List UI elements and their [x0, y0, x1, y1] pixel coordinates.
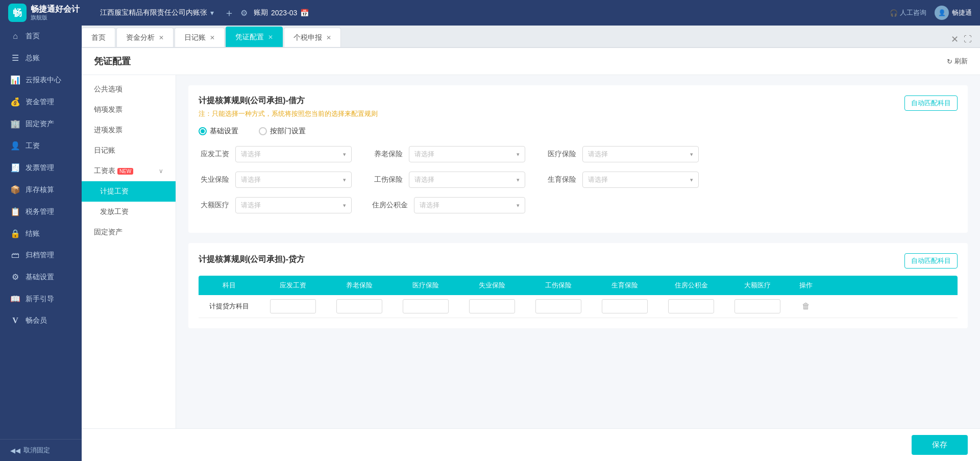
- subnav-accrue[interactable]: 计提工资: [82, 181, 176, 202]
- sidebar-item-salary[interactable]: 👤 工资: [0, 135, 82, 157]
- sidebar-item-assets[interactable]: 🏢 固定资产: [0, 113, 82, 135]
- tab-voucher[interactable]: 凭证配置 ✕: [226, 27, 283, 47]
- tab-tax[interactable]: 个税申报 ✕: [284, 28, 341, 47]
- td-action[interactable]: 🗑: [791, 295, 821, 318]
- header-company[interactable]: 江西服宝精品有限责任公司内账张 ▾: [100, 8, 214, 17]
- save-button[interactable]: 保存: [912, 435, 968, 455]
- sidebar-item-reports[interactable]: 📊 云报表中心: [0, 69, 82, 91]
- td-shiye-input[interactable]: [459, 295, 525, 318]
- debit-auto-match-btn[interactable]: 自动匹配科目: [904, 95, 958, 111]
- input-yiliao[interactable]: [403, 299, 449, 313]
- td-shengyu-input[interactable]: [592, 295, 658, 318]
- sidebar-item-close[interactable]: 🔒 结账: [0, 223, 82, 245]
- chevron-down-icon: ∨: [159, 167, 163, 175]
- subnav-fixed-assets[interactable]: 固定资产: [82, 222, 176, 242]
- label-zhufang: 住房公积金: [372, 201, 408, 210]
- select-shengyu[interactable]: 请选择 ▾: [582, 172, 699, 188]
- td-zhufang-input[interactable]: [658, 295, 724, 318]
- sidebar-item-archive[interactable]: 🗃 归档管理: [0, 245, 82, 266]
- select-zhufang-placeholder: 请选择: [420, 201, 439, 210]
- td-gongshang-input[interactable]: [525, 295, 592, 318]
- input-zhufang[interactable]: [668, 299, 714, 313]
- input-daer[interactable]: [734, 299, 780, 313]
- td-yanglao-input[interactable]: [326, 295, 393, 318]
- input-gongshang[interactable]: [535, 299, 581, 313]
- add-tab-icon[interactable]: ＋: [224, 6, 234, 20]
- sidebar-item-guide[interactable]: 📖 新手引导: [0, 288, 82, 310]
- td-yingfa-input[interactable]: [260, 295, 326, 318]
- select-shiye[interactable]: 请选择 ▾: [235, 172, 352, 188]
- select-yiliao-placeholder: 请选择: [588, 150, 608, 159]
- sub-nav: 公共选项 销项发票 进项发票 日记账 工资表 NEW ∨ 计提工资 发放工资 固…: [82, 75, 176, 461]
- radio-dept[interactable]: 按部门设置: [259, 127, 306, 136]
- headset-icon: 🎧: [890, 9, 898, 17]
- tab-home[interactable]: 首页: [82, 28, 115, 47]
- chevron-down-icon: ▾: [517, 202, 520, 209]
- radio-basic[interactable]: 基础设置: [199, 127, 238, 136]
- user-area[interactable]: 👤 畅捷通: [935, 6, 972, 20]
- sidebar-item-capital[interactable]: 💰 资金管理: [0, 91, 82, 113]
- close-icon: 🔒: [10, 229, 20, 238]
- company-dropdown-icon[interactable]: ▾: [210, 9, 214, 17]
- ledger-icon: ☰: [10, 53, 20, 63]
- subnav-purchase[interactable]: 进项发票: [82, 120, 176, 140]
- credit-section: 计提核算规则(公司承担)-贷方 自动匹配科目 科目 应发工资 养老保险 医疗保险…: [188, 243, 968, 328]
- sidebar-item-inventory[interactable]: 📦 库存核算: [0, 179, 82, 201]
- settings-icon[interactable]: ⚙: [240, 8, 248, 18]
- assets-icon: 🏢: [10, 119, 20, 129]
- unpin-sidebar-btn[interactable]: ◀◀ 取消固定: [0, 439, 82, 461]
- select-yingfa[interactable]: 请选择 ▾: [235, 146, 352, 162]
- input-yanglao[interactable]: [336, 299, 382, 313]
- chevron-down-icon: ▾: [517, 177, 520, 183]
- label-yingfa: 应发工资: [199, 150, 229, 159]
- support-label: 人工咨询: [900, 8, 926, 17]
- main-layout: ⌂ 首页 ☰ 总账 📊 云报表中心 💰 资金管理 🏢 固定资产 👤 工资 🧾 发…: [0, 26, 980, 461]
- select-yanglao-placeholder: 请选择: [414, 150, 434, 159]
- input-yingfa[interactable]: [270, 299, 316, 313]
- select-daer[interactable]: 请选择 ▾: [235, 197, 352, 213]
- tab-journal-close[interactable]: ✕: [210, 34, 215, 41]
- field-daer: 大额医疗 请选择 ▾: [199, 197, 352, 213]
- subnav-journal[interactable]: 日记账: [82, 140, 176, 161]
- credit-auto-match-btn[interactable]: 自动匹配科目: [904, 253, 958, 269]
- calendar-icon[interactable]: 📅: [300, 9, 309, 17]
- sidebar-item-vip[interactable]: V 畅会员: [0, 310, 82, 331]
- input-shiye[interactable]: [469, 299, 515, 313]
- td-yiliao-input[interactable]: [393, 295, 459, 318]
- tab-voucher-close[interactable]: ✕: [268, 34, 273, 41]
- sidebar-item-invoice[interactable]: 🧾 发票管理: [0, 157, 82, 179]
- tab-expand-icon[interactable]: ⛶: [964, 35, 972, 44]
- tab-finance-close[interactable]: ✕: [159, 34, 164, 41]
- refresh-button[interactable]: ↻ 刷新: [947, 57, 968, 66]
- subnav-sales[interactable]: 销项发票: [82, 100, 176, 120]
- invoice-icon: 🧾: [10, 163, 20, 173]
- th-action: 操作: [791, 276, 821, 295]
- subnav-pay[interactable]: 发放工资: [82, 202, 176, 222]
- sidebar-item-ledger[interactable]: ☰ 总账: [0, 47, 82, 69]
- period-display: 账期 2023-03 📅: [254, 8, 309, 17]
- form-area: 计提核算规则(公司承担)-借方 注：只能选择一种方式，系统将按照您当前的选择来配…: [176, 75, 980, 461]
- sidebar-label-archive: 归档管理: [26, 251, 54, 260]
- select-zhufang[interactable]: 请选择 ▾: [414, 197, 525, 213]
- td-daer-input[interactable]: [724, 295, 791, 318]
- sidebar-item-tax[interactable]: 📋 税务管理: [0, 201, 82, 223]
- page-header: 凭证配置 ↻ 刷新: [82, 48, 980, 75]
- select-yanglao[interactable]: 请选择 ▾: [409, 146, 525, 162]
- delete-icon[interactable]: 🗑: [802, 302, 810, 311]
- subnav-payroll-group[interactable]: 工资表 NEW ∨: [82, 161, 176, 181]
- sidebar-item-home[interactable]: ⌂ 首页: [0, 26, 82, 47]
- credit-section-title: 计提核算规则(公司承担)-贷方: [199, 254, 305, 265]
- input-shengyu[interactable]: [602, 299, 648, 313]
- tab-tax-close[interactable]: ✕: [326, 34, 331, 41]
- subnav-public[interactable]: 公共选项: [82, 79, 176, 100]
- tab-close-window-icon[interactable]: ✕: [951, 34, 959, 45]
- select-yiliao[interactable]: 请选择 ▾: [582, 146, 699, 162]
- th-shengyu: 生育保险: [592, 276, 658, 295]
- support-btn[interactable]: 🎧 人工咨询: [890, 8, 926, 17]
- debit-row-2: 失业保险 请选择 ▾ 工伤保险 请选择 ▾: [199, 172, 958, 188]
- sidebar-label-reports: 云报表中心: [26, 76, 61, 85]
- select-gongshang[interactable]: 请选择 ▾: [409, 172, 525, 188]
- tab-journal[interactable]: 日记账 ✕: [175, 28, 225, 47]
- tab-finance[interactable]: 资金分析 ✕: [116, 28, 174, 47]
- sidebar-item-settings[interactable]: ⚙ 基础设置: [0, 266, 82, 288]
